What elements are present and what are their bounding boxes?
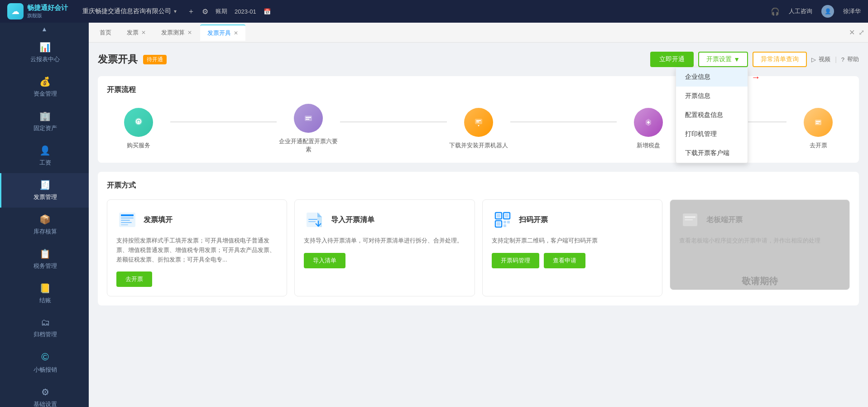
exception-btn[interactable]: 异常清单查询 <box>753 52 807 67</box>
sidebar-label-xiaochang: 小畅报销 <box>34 366 57 374</box>
method-card-fill: 发票填开 支持按照发票样式手工填开发票；可开具增值税电子普通发票、增值税普通发票… <box>107 199 287 296</box>
dropdown-item-company-info[interactable]: 企业信息 → <box>676 68 748 87</box>
svg-rect-28 <box>507 221 510 223</box>
page-content: 发票开具 待开通 立即开通 开票设置 ▼ <box>89 43 868 407</box>
logo-subtitle: 旗舰版 <box>27 12 68 19</box>
tab-invoice-issue-close[interactable]: ✕ <box>234 30 238 36</box>
sidebar-label-inventory: 库存核算 <box>34 228 57 236</box>
sidebar-item-tax[interactable]: 📋 税务管理 <box>0 242 89 276</box>
user-name: 徐泽华 <box>843 7 861 15</box>
headset-icon: 🎧 <box>771 7 780 16</box>
dropdown-item-download-client[interactable]: 下载开票客户端 <box>676 144 748 163</box>
logo-title: 畅捷通好会计 <box>27 4 68 12</box>
sidebar-label-cloud-report: 云报表中心 <box>30 55 60 63</box>
sidebar-item-xiaochang[interactable]: © 小畅报销 <box>0 345 89 380</box>
svg-rect-18 <box>308 219 317 220</box>
tab-maximize-icon[interactable]: ⤢ <box>858 28 864 37</box>
dropdown-label-company-info: 企业信息 <box>685 73 710 80</box>
tax-icon: 📋 <box>39 248 51 259</box>
svg-rect-3 <box>306 119 309 120</box>
settings-icon[interactable]: ⚙ <box>202 7 208 16</box>
svg-rect-19 <box>308 221 316 222</box>
methods-section: 开票方式 <box>98 172 859 305</box>
method-card-import: 导入开票清单 支持导入待开票清单，可对待开票清单进行拆分、合并处理。 导入清单 <box>294 199 475 296</box>
sidebar-item-fixed-assets[interactable]: 🏢 固定资产 <box>0 104 89 139</box>
tab-actions: ✕ ⤢ <box>849 28 864 37</box>
tab-invoice-issue[interactable]: 发票开具 ✕ <box>200 24 245 41</box>
tab-invoice-calc-label: 发票测算 <box>161 29 185 37</box>
tab-home[interactable]: 首页 <box>92 25 119 40</box>
workflow-step-buy: 购买服务 <box>107 108 170 150</box>
svg-rect-25 <box>505 214 508 218</box>
red-arrow-icon: → <box>751 72 760 82</box>
accounting-icon: 📒 <box>39 283 51 294</box>
tab-invoice-close[interactable]: ✕ <box>141 29 146 36</box>
capital-icon: 💰 <box>39 76 51 87</box>
workflow-step-config: 企业开通配置开票六要素 <box>277 104 340 154</box>
activate-btn[interactable]: 立即开通 <box>650 52 694 67</box>
tab-invoice[interactable]: 发票 ✕ <box>120 25 153 40</box>
divider: | <box>835 56 837 63</box>
company-name: 重庆畅捷交通信息咨询有限公司 <box>82 7 171 15</box>
top-right: 🎧 人工咨询 👤 徐泽华 <box>771 5 861 18</box>
svg-rect-8 <box>815 120 821 125</box>
scan-view-btn[interactable]: 查看申请 <box>544 253 585 268</box>
method-card-boss-wrapper: 老板端开票 查看老板端小程序提交的开票申请，并作出相应的处理 敬请期待 <box>670 199 850 296</box>
method-card-boss: 老板端开票 查看老板端小程序提交的开票申请，并作出相应的处理 敬请期待 <box>670 199 850 290</box>
method-header-import: 导入开票清单 <box>304 209 465 231</box>
sidebar-item-capital[interactable]: 💰 资金管理 <box>0 70 89 104</box>
dropdown-item-tax-disk[interactable]: 配置税盘信息 <box>676 106 748 125</box>
tab-invoice-label: 发票 <box>127 29 139 37</box>
step-icon-add-tax <box>634 108 663 137</box>
overlay-text: 敬请期待 <box>670 275 850 287</box>
sidebar-scroll-up[interactable]: ▲ <box>0 23 89 35</box>
fill-invoice-btn[interactable]: 去开票 <box>116 271 152 287</box>
help-label: 帮助 <box>847 55 859 63</box>
sidebar-item-inventory[interactable]: 📦 库存核算 <box>0 208 89 242</box>
video-btn[interactable]: ▷ 视频 <box>811 55 830 63</box>
import-list-icon <box>304 209 326 231</box>
settings-btn-label: 开票设置 <box>706 55 732 63</box>
help-btn[interactable]: ? 帮助 <box>841 55 859 63</box>
sidebar: ▲ 📊 云报表中心 💰 资金管理 🏢 固定资产 👤 工资 🧾 发票管理 <box>0 23 89 407</box>
sidebar-label-fixed-assets: 固定资产 <box>34 124 57 132</box>
fill-invoice-desc: 支持按照发票样式手工填开发票；可开具增值税电子普通发票、增值税普通发票、增值税专… <box>116 236 278 264</box>
svg-rect-32 <box>685 219 693 220</box>
sidebar-item-accounting[interactable]: 📒 结账 <box>0 276 89 311</box>
app-container: ☁ 畅捷通好会计 旗舰版 重庆畅捷交通信息咨询有限公司 ▾ ＋ ⚙ 账期 202… <box>0 0 868 407</box>
method-header-fill: 发票填开 <box>116 209 278 231</box>
svg-rect-12 <box>121 214 134 216</box>
svg-rect-16 <box>121 224 128 225</box>
svg-rect-24 <box>497 214 500 218</box>
support-label[interactable]: 人工咨询 <box>789 7 812 15</box>
dropdown-item-printer[interactable]: 打印机管理 <box>676 125 748 144</box>
sidebar-item-settings[interactable]: ⚙ 基础设置 <box>0 380 89 407</box>
svg-rect-6 <box>476 121 479 122</box>
dropdown-item-invoice-info[interactable]: 开票信息 <box>676 87 748 106</box>
company-selector[interactable]: 重庆畅捷交通信息咨询有限公司 ▾ <box>82 7 177 15</box>
sidebar-label-salary: 工资 <box>39 159 51 167</box>
scan-btns: 开票码管理 查看申请 <box>492 253 653 268</box>
sidebar-item-archive[interactable]: 🗂 归档管理 <box>0 311 89 345</box>
tab-invoice-calc[interactable]: 发票测算 ✕ <box>154 25 199 40</box>
step-icon-go-invoice <box>804 108 833 137</box>
status-badge: 待开通 <box>143 55 167 64</box>
sidebar-item-invoice[interactable]: 🧾 发票管理 <box>0 173 89 208</box>
svg-rect-2 <box>306 117 311 118</box>
sidebar-item-salary[interactable]: 👤 工资 <box>0 139 89 173</box>
add-icon[interactable]: ＋ <box>187 7 195 16</box>
top-actions: ＋ ⚙ 账期 2023-01 📅 <box>187 7 271 16</box>
tab-invoice-issue-label: 发票开具 <box>207 29 231 37</box>
import-list-btn[interactable]: 导入清单 <box>304 253 345 268</box>
settings-btn[interactable]: 开票设置 ▼ <box>698 52 748 67</box>
archive-icon: 🗂 <box>41 317 50 328</box>
step-icon-buy <box>124 108 153 137</box>
boss-invoice-desc: 查看老板端小程序提交的开票申请，并作出相应的处理 <box>679 236 840 246</box>
sidebar-item-cloud-report[interactable]: 📊 云报表中心 <box>0 35 89 70</box>
tab-close-all-icon[interactable]: ✕ <box>849 28 855 37</box>
scan-manage-btn[interactable]: 开票码管理 <box>492 253 539 268</box>
sidebar-label-archive: 归档管理 <box>34 330 57 339</box>
calendar-icon[interactable]: 📅 <box>264 8 271 15</box>
tab-invoice-calc-close[interactable]: ✕ <box>187 29 192 36</box>
content-area: 首页 发票 ✕ 发票测算 ✕ 发票开具 ✕ ✕ ⤢ <box>89 23 868 407</box>
